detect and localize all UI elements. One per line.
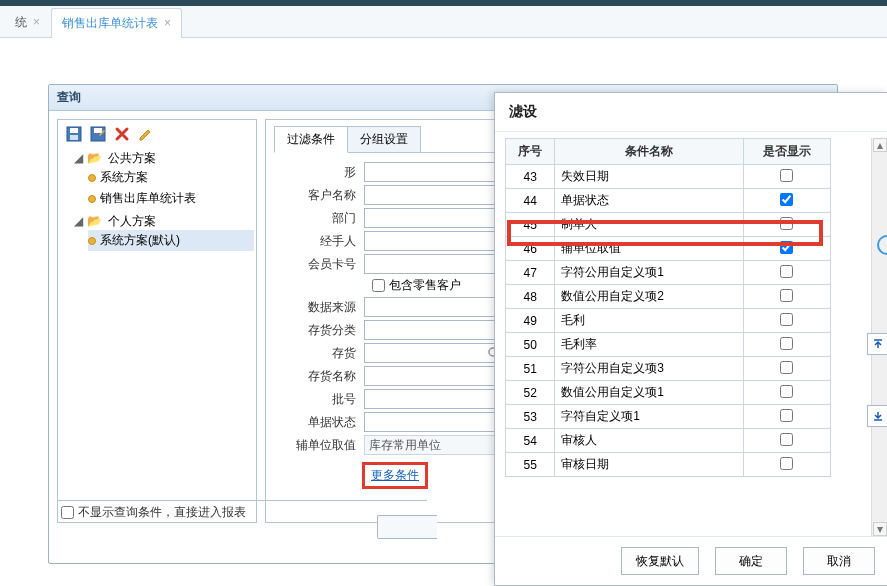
tree-item[interactable]: 系统方案 [100,170,148,184]
row-no: 54 [506,429,555,453]
customer-input[interactable] [364,185,504,205]
table-row[interactable]: 45制单人 [506,213,831,237]
label-source: 数据来源 [284,299,364,316]
label: 形 [284,164,364,181]
row-name: 数值公用自定义项2 [555,285,744,309]
row-show-checkbox[interactable] [780,409,793,422]
label-inv-class: 存货分类 [284,322,364,339]
cancel-button[interactable]: 取消 [803,547,875,575]
folder-icon: 📂 [87,151,102,165]
svg-rect-1 [70,128,78,133]
row-show-checkbox[interactable] [780,385,793,398]
row-name: 单据状态 [555,189,744,213]
item-icon [88,237,96,245]
row-no: 44 [506,189,555,213]
save-icon[interactable] [66,126,82,142]
label-status: 单据状态 [284,414,364,431]
table-row[interactable]: 44单据状态 [506,189,831,213]
cutoff-button[interactable] [377,515,437,539]
tab-active[interactable]: 销售出库单统计表 × [51,8,182,38]
row-name: 字符自定义项1 [555,405,744,429]
row-no: 48 [506,285,555,309]
table-row[interactable]: 49毛利 [506,309,831,333]
label-aux-unit: 辅单位取值 [284,437,364,454]
input-some[interactable] [364,162,504,182]
table-row[interactable]: 52数值公用自定义项1 [506,381,831,405]
table-row[interactable]: 47字符公用自定义项1 [506,261,831,285]
table-row[interactable]: 54审核人 [506,429,831,453]
table-row[interactable]: 51字符公用自定义项3 [506,357,831,381]
tab-group[interactable]: 分组设置 [347,126,421,153]
row-name: 失效日期 [555,165,744,189]
row-name: 毛利率 [555,333,744,357]
source-input[interactable] [364,297,504,317]
label-handler: 经手人 [284,233,364,250]
include-retail-checkbox[interactable] [372,279,385,292]
row-show-checkbox[interactable] [780,265,793,278]
row-name: 审核人 [555,429,744,453]
row-no: 45 [506,213,555,237]
tab-filter[interactable]: 过滤条件 [274,126,348,153]
edit-icon[interactable] [138,126,154,142]
skip-query-checkbox[interactable] [61,506,74,519]
tree-item[interactable]: 销售出库单统计表 [100,191,196,205]
member-input[interactable] [364,254,504,274]
close-icon[interactable]: × [33,15,40,29]
inv-name-input[interactable] [364,366,504,386]
label-batch: 批号 [284,391,364,408]
table-row[interactable]: 48数值公用自定义项2 [506,285,831,309]
restore-button[interactable]: 恢复默认 [621,547,699,575]
row-show-checkbox[interactable] [780,313,793,326]
row-no: 53 [506,405,555,429]
tree-pane: ◢ 📂 公共方案 系统方案 销售出库单统计表 ◢ 📂 个人方案 系统方 [57,119,257,523]
save-as-icon[interactable] [90,126,106,142]
more-conditions-link[interactable]: 更多条件 [371,468,419,482]
row-show-checkbox[interactable] [780,289,793,302]
row-show-checkbox[interactable] [780,169,793,182]
table-row[interactable]: 53字符自定义项1 [506,405,831,429]
label-inv-name: 存货名称 [284,368,364,385]
row-no: 50 [506,333,555,357]
handler-input[interactable] [364,231,504,251]
table-row[interactable]: 55审核日期 [506,453,831,477]
row-show-checkbox[interactable] [780,433,793,446]
tree-personal-label[interactable]: 个人方案 [108,214,156,228]
row-no: 43 [506,165,555,189]
tree-toggle-icon[interactable]: ◢ [74,151,84,165]
ok-button[interactable]: 确定 [715,547,787,575]
svg-rect-4 [94,128,102,133]
row-show-checkbox[interactable] [780,241,793,254]
row-no: 47 [506,261,555,285]
move-down-bottom-button[interactable] [867,405,887,427]
scroll-up-icon[interactable]: ▴ [873,138,887,152]
move-up-top-button[interactable] [867,333,887,355]
row-show-checkbox[interactable] [780,337,793,350]
tree-public-label[interactable]: 公共方案 [108,151,156,165]
batch-input[interactable] [364,389,504,409]
table-row[interactable]: 50毛利率 [506,333,831,357]
table-row[interactable]: 43失效日期 [506,165,831,189]
folder-icon: 📂 [87,214,102,228]
row-show-checkbox[interactable] [780,193,793,206]
table-row[interactable]: 46辅单位取值 [506,237,831,261]
row-name: 毛利 [555,309,744,333]
status-input[interactable] [364,412,504,432]
aux-unit-value[interactable]: 库存常用单位 [364,435,504,455]
tabs-bar: 统 × 销售出库单统计表 × [0,6,887,38]
row-no: 46 [506,237,555,261]
inv-input[interactable] [364,343,504,363]
close-icon[interactable]: × [164,16,171,30]
tree-toggle-icon[interactable]: ◢ [74,214,84,228]
scroll-down-icon[interactable]: ▾ [873,522,887,536]
row-show-checkbox[interactable] [780,361,793,374]
row-name: 字符公用自定义项3 [555,357,744,381]
dept-input[interactable] [364,208,504,228]
row-show-checkbox[interactable] [780,457,793,470]
row-show-checkbox[interactable] [780,217,793,230]
tree-item[interactable]: 系统方案(默认) [100,233,180,247]
delete-icon[interactable] [114,126,130,142]
inv-class-input[interactable] [364,320,504,340]
tab-partial[interactable]: 统 × [4,7,51,37]
row-no: 51 [506,357,555,381]
skip-query-label: 不显示查询条件，直接进入报表 [78,504,246,521]
